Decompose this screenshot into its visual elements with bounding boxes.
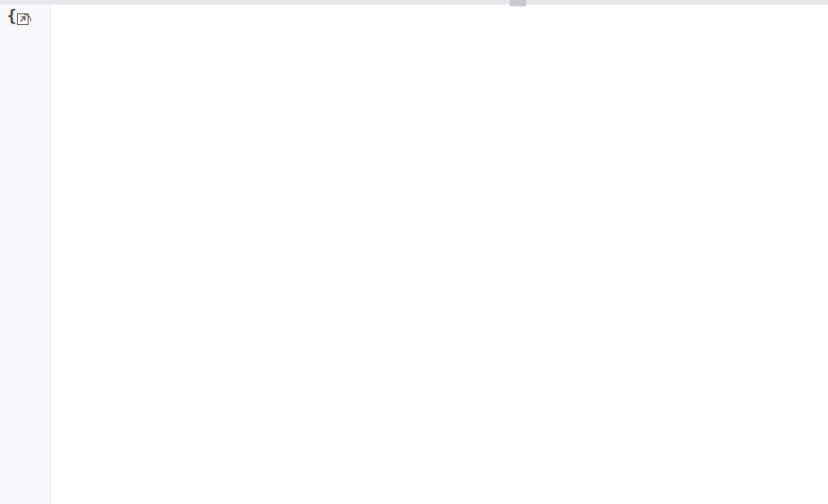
editor-top-splitter	[0, 0, 828, 4]
file-structure-icon[interactable]: {	[7, 8, 29, 25]
code-editor[interactable]: {	[0, 0, 828, 504]
glyph-margin	[0, 4, 51, 504]
brace-glyph: {	[7, 8, 16, 24]
splitter-handle[interactable]	[509, 0, 526, 6]
